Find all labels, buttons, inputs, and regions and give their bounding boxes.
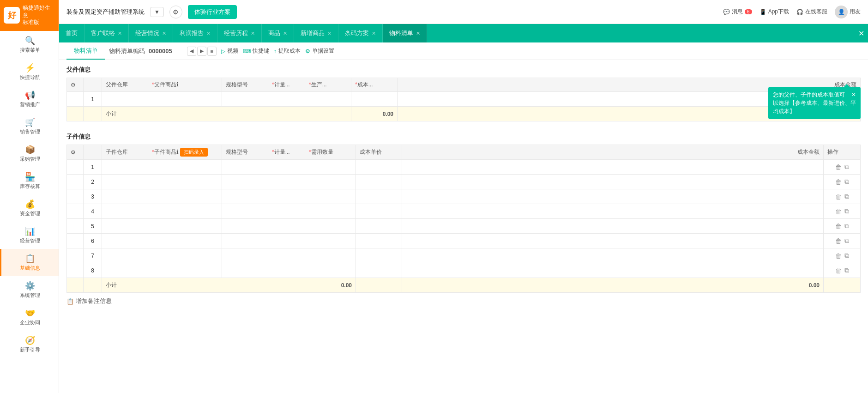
parent-row1-warehouse[interactable] bbox=[102, 92, 148, 107]
trial-button[interactable]: 体验行业方案 bbox=[188, 5, 237, 19]
copy-icon-row7[interactable]: ⧉ bbox=[844, 252, 849, 260]
copy-icon-row1[interactable]: ⧉ bbox=[844, 163, 849, 171]
child-row8-unit[interactable] bbox=[268, 263, 305, 278]
child-row4-product[interactable] bbox=[148, 204, 222, 219]
child-row3-spec[interactable] bbox=[222, 189, 268, 204]
sidebar-item-quick-nav[interactable]: ⚡ 快捷导航 bbox=[0, 58, 59, 85]
child-row4-spec[interactable] bbox=[222, 204, 268, 219]
tab-operations[interactable]: 经营情况 ✕ bbox=[129, 24, 173, 42]
video-btn[interactable]: ▷ 视频 bbox=[221, 47, 238, 55]
child-row5-spec[interactable] bbox=[222, 219, 268, 234]
child-row2-spec[interactable] bbox=[222, 175, 268, 189]
copy-icon-row6[interactable]: ⧉ bbox=[844, 237, 849, 245]
child-row8-spec[interactable] bbox=[222, 263, 268, 278]
child-row4-unit-price[interactable] bbox=[356, 204, 402, 219]
copy-icon-row3[interactable]: ⧉ bbox=[844, 193, 849, 200]
add-note-btn[interactable]: 📋 增加备注信息 bbox=[66, 297, 112, 305]
child-row7-warehouse[interactable] bbox=[102, 248, 148, 263]
child-row7-unit[interactable] bbox=[268, 248, 305, 263]
child-row2-qty[interactable] bbox=[305, 175, 356, 189]
tab-products[interactable]: 商品 ✕ bbox=[262, 24, 294, 42]
child-row3-product[interactable] bbox=[148, 189, 222, 204]
child-row6-unit-price[interactable] bbox=[356, 234, 402, 248]
single-settings-btn[interactable]: ⚙ 单据设置 bbox=[305, 47, 334, 55]
child-row8-qty[interactable] bbox=[305, 263, 356, 278]
child-row1-product[interactable] bbox=[148, 160, 222, 175]
tab-close-new-products[interactable]: ✕ bbox=[327, 30, 332, 36]
child-row3-qty[interactable] bbox=[305, 189, 356, 204]
user-action[interactable]: 👤 用友 bbox=[835, 6, 861, 18]
tab-close-history[interactable]: ✕ bbox=[251, 30, 255, 36]
copy-icon-row2[interactable]: ⧉ bbox=[844, 178, 849, 186]
system-dropdown[interactable]: ▼ bbox=[150, 7, 164, 17]
child-row2-unit-price[interactable] bbox=[356, 175, 402, 189]
parent-row1-spec[interactable] bbox=[222, 92, 268, 107]
delete-icon-row7[interactable]: 🗑 bbox=[835, 252, 842, 260]
sidebar-item-sales[interactable]: 🛒 销售管理 bbox=[0, 113, 59, 140]
tab-close-profit[interactable]: ✕ bbox=[206, 30, 211, 36]
child-row1-qty[interactable] bbox=[305, 160, 356, 175]
sidebar-item-system[interactable]: ⚙️ 系统管理 bbox=[0, 276, 59, 303]
child-row7-qty[interactable] bbox=[305, 248, 356, 263]
child-row4-warehouse[interactable] bbox=[102, 204, 148, 219]
child-row1-unit-price[interactable] bbox=[356, 160, 402, 175]
child-row5-qty[interactable] bbox=[305, 219, 356, 234]
parent-row1-production[interactable] bbox=[305, 92, 351, 107]
child-row1-unit[interactable] bbox=[268, 160, 305, 175]
settings-button[interactable]: ⚙ bbox=[169, 6, 182, 18]
child-row7-unit-price[interactable] bbox=[356, 248, 402, 263]
child-row5-unit-price[interactable] bbox=[356, 219, 402, 234]
tab-close-customers[interactable]: ✕ bbox=[118, 30, 122, 36]
tab-new-products[interactable]: 新增商品 ✕ bbox=[294, 24, 338, 42]
child-row2-unit[interactable] bbox=[268, 175, 305, 189]
child-row1-spec[interactable] bbox=[222, 160, 268, 175]
child-row5-warehouse[interactable] bbox=[102, 219, 148, 234]
child-row8-warehouse[interactable] bbox=[102, 263, 148, 278]
sub-tab-bom-list[interactable]: 物料清单 bbox=[66, 43, 105, 60]
delete-icon-row1[interactable]: 🗑 bbox=[835, 163, 842, 171]
parent-row1-product[interactable] bbox=[148, 92, 222, 107]
scan-button[interactable]: 扫码录入 bbox=[180, 148, 208, 157]
tooltip-close-btn[interactable]: ✕ bbox=[851, 91, 856, 99]
online-service-action[interactable]: 🎧 在线客服 bbox=[796, 8, 827, 16]
child-row5-unit[interactable] bbox=[268, 219, 305, 234]
tab-close-barcode[interactable]: ✕ bbox=[372, 30, 376, 36]
parent-row1-unit[interactable] bbox=[268, 92, 305, 107]
extract-cost-btn[interactable]: ↑ 提取成本 bbox=[274, 47, 301, 55]
child-row6-qty[interactable] bbox=[305, 234, 356, 248]
child-row6-warehouse[interactable] bbox=[102, 234, 148, 248]
sidebar-item-enterprise[interactable]: 🤝 企业协同 bbox=[0, 303, 59, 331]
sidebar-item-inventory[interactable]: 🏪 库存核算 bbox=[0, 167, 59, 194]
tab-history[interactable]: 经营历程 ✕ bbox=[217, 24, 262, 42]
tab-customers[interactable]: 客户联络 ✕ bbox=[84, 24, 129, 42]
child-row4-qty[interactable] bbox=[305, 204, 356, 219]
child-row3-unit[interactable] bbox=[268, 189, 305, 204]
child-row2-product[interactable] bbox=[148, 175, 222, 189]
copy-icon-row4[interactable]: ⧉ bbox=[844, 207, 849, 215]
nav-prev[interactable]: ◀ bbox=[187, 47, 196, 56]
copy-icon-row8[interactable]: ⧉ bbox=[844, 266, 849, 274]
child-row6-product[interactable] bbox=[148, 234, 222, 248]
delete-icon-row4[interactable]: 🗑 bbox=[835, 208, 842, 215]
tab-close-operations[interactable]: ✕ bbox=[162, 30, 166, 36]
tab-close-products[interactable]: ✕ bbox=[283, 30, 287, 36]
nav-list[interactable]: ≡ bbox=[207, 47, 217, 56]
sidebar-item-finance[interactable]: 💰 资金管理 bbox=[0, 194, 59, 222]
sidebar-item-basic-info[interactable]: 📋 基础信息 bbox=[0, 249, 59, 276]
child-row8-unit-price[interactable] bbox=[356, 263, 402, 278]
sidebar-item-marketing[interactable]: 📢 营销推广 bbox=[0, 85, 59, 113]
sidebar-item-guide[interactable]: 🧭 新手引导 bbox=[0, 331, 59, 358]
delete-icon-row3[interactable]: 🗑 bbox=[835, 193, 842, 200]
delete-icon-row6[interactable]: 🗑 bbox=[835, 237, 842, 245]
child-row4-unit[interactable] bbox=[268, 204, 305, 219]
tab-barcode[interactable]: 条码方案 ✕ bbox=[338, 24, 383, 42]
shortcut-btn[interactable]: ⌨ 快捷键 bbox=[243, 47, 269, 55]
tab-profit[interactable]: 利润报告 ✕ bbox=[173, 24, 217, 42]
nav-next[interactable]: ▶ bbox=[197, 47, 206, 56]
child-row7-product[interactable] bbox=[148, 248, 222, 263]
child-row6-spec[interactable] bbox=[222, 234, 268, 248]
delete-icon-row2[interactable]: 🗑 bbox=[835, 178, 842, 186]
child-row7-spec[interactable] bbox=[222, 248, 268, 263]
copy-icon-row5[interactable]: ⧉ bbox=[844, 222, 849, 230]
parent-row1-cost[interactable] bbox=[351, 92, 398, 107]
